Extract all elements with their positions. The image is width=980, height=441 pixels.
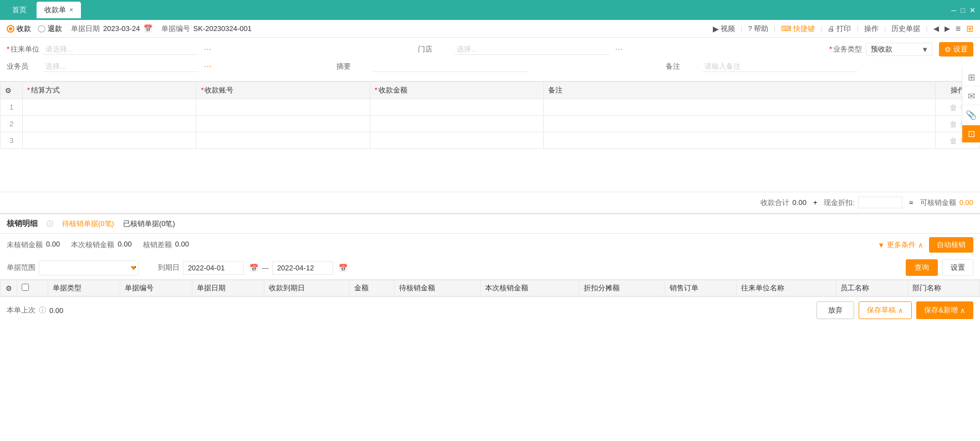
toolbar-video[interactable]: ▶ 视频 [713,24,735,34]
th-discount: 折扣分摊额 [579,280,665,296]
summary-input[interactable] [373,61,528,72]
toolbar-operation[interactable]: 操作 [864,24,879,34]
th-check-box[interactable] [17,280,48,296]
date-from-input[interactable] [183,261,244,275]
tab-home[interactable]: 首页 [4,2,34,18]
row-2-account[interactable] [196,116,370,132]
window-restore[interactable]: □ [961,6,965,14]
radio-receive-dot [9,27,12,30]
radio-receive[interactable]: 收款 [7,24,31,34]
dropdown-arrow-icon: ▼ [921,45,928,54]
table-settings-button[interactable]: 设置 [942,259,973,276]
window-close[interactable]: ✕ [969,6,976,14]
form-area: 往来单位 ··· 门店 ··· 业务类型 预收款 ▼ ⚙ [0,38,980,81]
salesperson-more-icon[interactable]: ··· [204,61,211,71]
doc-no-label: 单据编号 [161,24,190,34]
gear-icon-small[interactable]: ⚙ [6,284,12,293]
row-num-3: 3 [1,132,23,149]
query-label: 查询 [915,263,929,271]
tab-receipt-label: 收款单 [44,5,66,15]
side-table-icon[interactable]: ⊞ [962,69,980,86]
summary-row: 收款合计 0.00 + 现金折扣: = 可核销金额 0.00 [0,192,980,213]
done-tab-link[interactable]: 已核销单据(0笔) [123,219,175,229]
side-scan-icon[interactable]: ⊡ [962,125,980,143]
table-settings-label: 设置 [951,263,965,271]
date-separator: — [262,264,269,272]
row-2-amount[interactable] [370,116,543,132]
auto-verify-label: 自动核销 [937,240,966,249]
th-doc-type: 单据类型 [48,280,120,296]
available-summary: 可核销金额 0.00 [920,198,973,208]
row-3-delete-icon[interactable]: 🗑 [950,136,957,145]
info-icon-footer[interactable]: ⓘ [39,305,46,315]
settings-gear-icon: ⚙ [945,45,951,54]
form-row-2: 业务员 ··· 摘要 备注 [7,61,973,72]
more-filter-btn[interactable]: ▼ 更多条件 ∧ [877,240,923,250]
calendar-icon[interactable]: 📅 [144,24,152,33]
discard-label: 放弃 [828,306,843,314]
counterparty-input[interactable] [43,44,198,55]
table-gear-icon[interactable]: ⚙ [5,86,12,95]
query-button[interactable]: 查询 [906,259,938,276]
row-1-amount[interactable] [370,99,543,116]
save-draft-label: 保存草稿 [867,305,896,315]
settings-button[interactable]: ⚙ 设置 [939,42,973,57]
auto-verify-btn[interactable]: 自动核销 [929,237,973,253]
date-to-input[interactable] [272,261,333,275]
table-gear-header[interactable]: ⚙ [1,82,23,99]
store-more-icon[interactable]: ··· [615,44,622,54]
save-draft-button[interactable]: 保存草稿 ∧ [859,301,912,319]
salesperson-input[interactable] [43,61,198,72]
row-3-account[interactable] [196,132,370,149]
row-3-settle[interactable] [23,132,196,149]
radio-refund[interactable]: 退款 [38,24,62,34]
row-1-remark[interactable] [544,99,936,116]
tab-receipt[interactable]: 收款单 × [37,2,81,18]
verification-info-icon[interactable]: ⓘ [47,219,53,229]
doc-date-value[interactable]: 2023-03-24 [103,24,140,33]
toolbar-nav-prev[interactable]: ◀ [933,24,939,33]
discount-label: 现金折扣: [824,198,855,208]
side-clip-icon[interactable]: 📎 [962,106,980,124]
toolbar-grid[interactable]: ⊞ [966,23,973,34]
th-settle-method: 结算方式 [23,82,196,99]
remark-input[interactable] [702,61,858,72]
toolbar-history[interactable]: 历史单据 [891,24,920,34]
discard-button[interactable]: 放弃 [816,301,854,319]
toolbar-help[interactable]: ? 帮助 [748,24,768,34]
discount-input[interactable] [858,197,902,208]
range-select[interactable] [39,260,139,275]
pending-tab-link[interactable]: 待核销单据(0笔) [62,219,114,229]
toolbar-menu[interactable]: ≡ [956,24,961,34]
row-1-settle[interactable] [23,99,196,116]
window-minimize[interactable]: ─ [951,6,956,14]
counterparty-more-icon[interactable]: ··· [204,44,211,54]
doc-date-label: 单据日期 [71,24,100,34]
row-3-remark[interactable] [544,132,936,149]
select-all-checkbox[interactable] [22,284,29,291]
row-2-remark[interactable] [544,116,936,132]
toolbar-nav-next[interactable]: ▶ [945,24,950,33]
available-label: 可核销金额 [920,198,956,208]
th-doc-no: 单据编号 [120,280,192,296]
calendar-from-icon[interactable]: 📅 [249,264,258,272]
diff-value: 0.00 [175,240,189,250]
store-input[interactable] [455,44,610,55]
save-new-label: 保存&新增 [924,305,958,315]
verification-title: 核销明细 [7,219,38,229]
calendar-to-icon[interactable]: 📅 [339,264,348,272]
row-2-delete-icon[interactable]: 🗑 [950,120,957,129]
tab-close-icon[interactable]: × [69,6,73,14]
toolbar-print[interactable]: 🖨 打印 [828,24,851,34]
row-3-amount[interactable] [370,132,543,149]
save-new-button[interactable]: 保存&新增 ∧ [916,301,973,319]
summary-field: 摘要 [336,61,644,72]
toolbar-shortcut[interactable]: ⌨ 快捷键 [781,24,815,34]
row-2-settle[interactable] [23,116,196,132]
side-email-icon[interactable]: ✉ [962,88,980,105]
business-type-dropdown[interactable]: 预收款 ▼ [866,43,932,56]
row-1-delete-icon[interactable]: 🗑 [950,103,957,112]
receipt-table-area: ⚙ 结算方式 收款账号 收款金额 备注 操作 1 [0,81,980,192]
row-1-account[interactable] [196,99,370,116]
th-amount: 金额 [350,280,395,296]
